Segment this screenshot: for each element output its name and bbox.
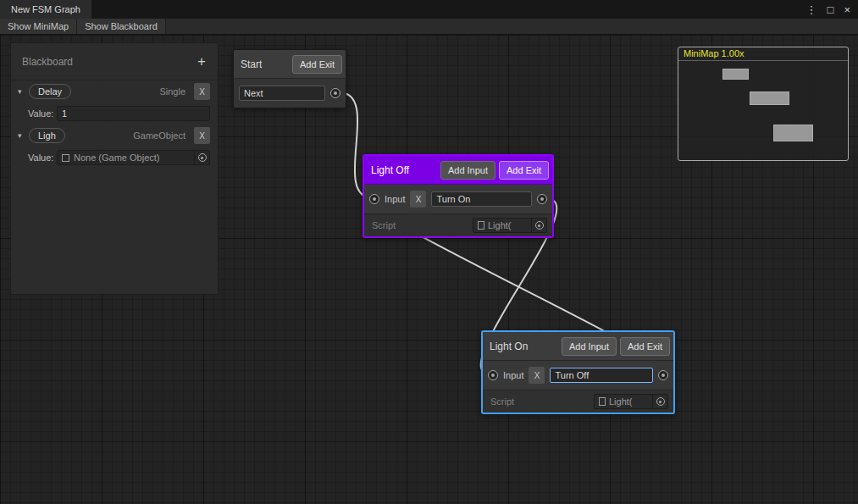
fsm-graph-window: New FSM Graph ⋮ □ × Show MiniMap Show Bl… bbox=[0, 0, 858, 504]
remove-input-button[interactable]: X bbox=[529, 367, 545, 384]
window-titlebar: New FSM Graph ⋮ □ × bbox=[0, 0, 858, 19]
script-label: Script bbox=[369, 220, 473, 230]
value-label: Value: bbox=[18, 152, 57, 163]
input-exit-row: Input X bbox=[483, 361, 673, 390]
delay-value-input[interactable] bbox=[57, 106, 210, 121]
graph-toolbar: Show MiniMap Show Blackboard bbox=[0, 19, 858, 35]
script-file-icon bbox=[599, 397, 606, 406]
object-picker-icon[interactable] bbox=[652, 395, 667, 408]
node-light-on-header[interactable]: Light On Add Input Add Exit bbox=[483, 332, 673, 361]
variable-type-label: Single bbox=[159, 86, 185, 97]
script-object-value: Light( bbox=[488, 220, 531, 230]
window-controls: ⋮ □ × bbox=[806, 0, 858, 19]
minimap-node-rect bbox=[773, 125, 813, 141]
picker-ring-icon bbox=[198, 153, 207, 162]
port-dot-icon bbox=[661, 374, 665, 377]
graph-document-tab[interactable]: New FSM Graph bbox=[0, 0, 91, 19]
blackboard-variable-row: ▾ Delay Single X bbox=[11, 80, 218, 102]
node-start-header[interactable]: Start Add Exit bbox=[234, 50, 346, 79]
script-object-value: Light( bbox=[609, 396, 652, 407]
show-minimap-button[interactable]: Show MiniMap bbox=[0, 19, 77, 34]
gameobject-value-field[interactable]: None (Game Object) bbox=[57, 150, 210, 165]
picker-dot-icon bbox=[659, 401, 661, 403]
blackboard-value-row: Value: bbox=[11, 102, 218, 125]
picker-ring-icon bbox=[656, 397, 665, 406]
picker-dot-icon bbox=[201, 157, 203, 159]
node-light-on[interactable]: Light On Add Input Add Exit Input X Scri… bbox=[481, 330, 675, 414]
graph-canvas[interactable]: Blackboard + ▾ Delay Single X Value: ▾ L… bbox=[0, 35, 858, 504]
exit-name-input[interactable] bbox=[431, 191, 532, 207]
picker-ring-icon bbox=[535, 221, 544, 230]
variable-delete-button[interactable]: X bbox=[194, 127, 210, 144]
input-exit-row: Input X bbox=[364, 185, 552, 213]
script-row: Script Light( bbox=[364, 213, 552, 236]
window-maximize-icon[interactable]: □ bbox=[828, 4, 834, 15]
exit-row bbox=[234, 79, 346, 108]
node-title: Light On bbox=[483, 341, 562, 352]
port-dot-icon bbox=[540, 197, 544, 201]
add-exit-button[interactable]: Add Exit bbox=[499, 161, 549, 180]
object-field-value: None (Game Object) bbox=[74, 152, 194, 163]
node-light-off[interactable]: Light Off Add Input Add Exit Input X Scr… bbox=[363, 154, 554, 238]
node-title: Light Off bbox=[364, 164, 440, 176]
minimap-panel[interactable]: MiniMap 1.00x bbox=[678, 47, 849, 161]
add-input-button[interactable]: Add Input bbox=[562, 337, 617, 356]
add-exit-button[interactable]: Add Exit bbox=[620, 337, 670, 356]
picker-dot-icon bbox=[538, 224, 540, 227]
variable-delete-button[interactable]: X bbox=[194, 83, 210, 100]
object-picker-icon[interactable] bbox=[194, 151, 209, 164]
port-dot-icon bbox=[373, 197, 376, 201]
blackboard-panel: Blackboard + ▾ Delay Single X Value: ▾ L… bbox=[10, 42, 219, 295]
input-label: Input bbox=[503, 370, 523, 380]
blackboard-title: Blackboard bbox=[22, 56, 191, 68]
graph-tab-label: New FSM Graph bbox=[11, 4, 80, 14]
input-label: Input bbox=[385, 194, 405, 204]
window-menu-icon[interactable]: ⋮ bbox=[806, 4, 817, 15]
variable-name-pill[interactable]: Delay bbox=[29, 84, 71, 99]
value-label: Value: bbox=[18, 108, 57, 119]
output-port-icon[interactable] bbox=[537, 194, 547, 204]
script-object-field[interactable]: Light( bbox=[594, 394, 668, 409]
output-port-icon[interactable] bbox=[330, 88, 340, 98]
input-port-icon[interactable] bbox=[488, 370, 498, 380]
minimap-node-rect bbox=[750, 91, 789, 105]
node-light-off-header[interactable]: Light Off Add Input Add Exit bbox=[364, 156, 552, 185]
gameobject-cube-icon bbox=[62, 153, 69, 161]
add-input-button[interactable]: Add Input bbox=[440, 161, 495, 180]
script-object-field[interactable]: Light( bbox=[473, 218, 547, 233]
object-picker-icon[interactable] bbox=[531, 219, 546, 232]
blackboard-value-row: Value: None (Game Object) bbox=[11, 147, 218, 169]
chevron-down-icon[interactable]: ▾ bbox=[18, 131, 29, 140]
port-dot-icon bbox=[334, 91, 337, 95]
blackboard-add-button[interactable]: + bbox=[191, 53, 213, 70]
chevron-down-icon[interactable]: ▾ bbox=[18, 87, 29, 96]
node-title: Start bbox=[234, 58, 292, 70]
port-dot-icon bbox=[491, 374, 495, 377]
script-label: Script bbox=[488, 396, 594, 407]
output-port-icon[interactable] bbox=[658, 370, 668, 380]
minimap-node-rect bbox=[722, 69, 749, 80]
add-exit-button[interactable]: Add Exit bbox=[292, 55, 342, 74]
input-port-icon[interactable] bbox=[369, 194, 379, 204]
titlebar-spacer bbox=[91, 0, 806, 19]
blackboard-header: Blackboard + bbox=[11, 43, 218, 80]
blackboard-variable-row: ▾ Ligh GameObject X bbox=[11, 125, 218, 147]
show-blackboard-button[interactable]: Show Blackboard bbox=[77, 19, 166, 34]
minimap-title: MiniMap 1.00x bbox=[678, 47, 848, 61]
exit-name-input[interactable] bbox=[239, 86, 325, 101]
remove-input-button[interactable]: X bbox=[410, 191, 426, 208]
exit-name-input[interactable] bbox=[550, 368, 653, 383]
script-row: Script Light( bbox=[483, 390, 673, 413]
node-start[interactable]: Start Add Exit bbox=[233, 49, 346, 108]
window-close-icon[interactable]: × bbox=[844, 4, 850, 15]
script-file-icon bbox=[478, 221, 484, 230]
variable-name-pill[interactable]: Ligh bbox=[29, 128, 65, 143]
variable-type-label: GameObject bbox=[133, 130, 185, 141]
